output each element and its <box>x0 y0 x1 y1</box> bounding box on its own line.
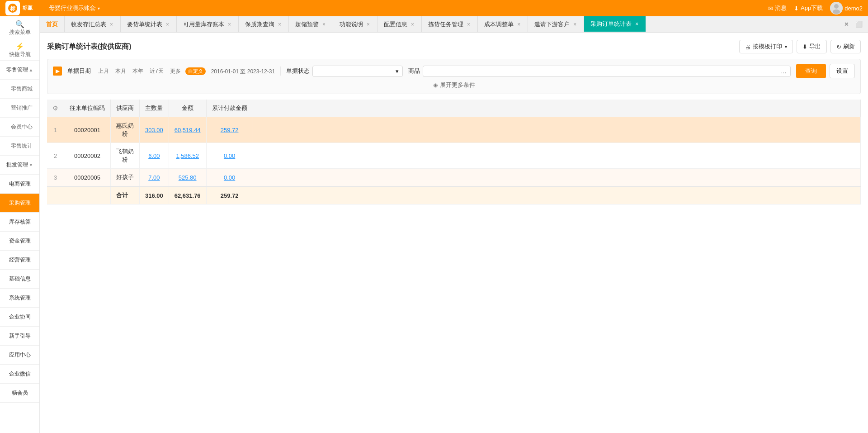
row-paid-3[interactable]: 0.00 <box>206 169 253 187</box>
tab-config-info-close[interactable]: × <box>410 21 415 28</box>
tab-config-info-label: 配置信息 <box>384 20 407 29</box>
tab-order-summary-close[interactable]: × <box>165 21 170 28</box>
table-container: ⚙ 往来单位编码 供应商 主数量 金额 累计付款金额 <box>47 100 861 205</box>
column-settings-icon[interactable]: ⚙ <box>52 105 58 112</box>
messages-btn[interactable]: ✉ 消息 <box>768 4 787 12</box>
query-button[interactable]: 查询 <box>796 64 826 78</box>
sidebar-item-search[interactable]: 🔍 搜索菜单 <box>0 16 39 40</box>
sidebar-item-ecommerce[interactable]: 电商管理 <box>0 175 39 194</box>
row-quantity-3[interactable]: 7.00 <box>140 169 169 187</box>
row-quantity-1[interactable]: 303.00 <box>140 117 169 143</box>
sidebar-item-retail-stats[interactable]: 零售统计 <box>0 137 39 156</box>
status-select[interactable]: ▾ <box>312 66 403 77</box>
row-paid-1[interactable]: 259.72 <box>206 117 253 143</box>
user-area[interactable]: demo2 <box>830 2 863 14</box>
tab-purchase-order-summary-close[interactable]: × <box>634 20 639 28</box>
sidebar-item-system[interactable]: 系统管理 <box>0 289 39 308</box>
export-icon: ⬇ <box>802 43 807 50</box>
sidebar-appcenter-label: 应用中心 <box>9 352 31 358</box>
sidebar-item-operations[interactable]: 经营管理 <box>0 251 39 270</box>
tab-invite-downstream-close[interactable]: × <box>572 21 577 28</box>
shortcut-more[interactable]: 更多 <box>168 67 183 76</box>
sidebar-retailshop-label: 零售商城 <box>11 86 33 92</box>
tab-overstock-warning-close[interactable]: × <box>321 21 326 28</box>
shortcut-last-month[interactable]: 上月 <box>96 67 111 76</box>
refresh-button[interactable]: ↻ 刷新 <box>830 40 861 53</box>
tab-expiry-query-close[interactable]: × <box>277 21 282 28</box>
shortcut-this-month[interactable]: 本月 <box>113 67 128 76</box>
sidebar-item-retail[interactable]: 零售管理 ▲ <box>0 61 39 80</box>
sidebar-item-enterprise-collab[interactable]: 企业协同 <box>0 308 39 327</box>
filter-toggle-btn[interactable]: ▶ <box>53 67 62 76</box>
tab-pick-task[interactable]: 拣货任务管理 × <box>422 16 478 33</box>
sidebar-item-members[interactable]: 会员中心 <box>0 118 39 137</box>
tab-home[interactable]: 首页 <box>40 16 65 33</box>
custom-badge: 自定义 <box>185 67 206 75</box>
content-area: 首页 收发存汇总表 × 要货单统计表 × 可用量库存账本 × 保质期查询 × <box>40 16 868 433</box>
tab-receive-summary[interactable]: 收发存汇总表 × <box>65 16 121 33</box>
row-amount-2[interactable]: 1,586.52 <box>169 143 206 169</box>
sidebar-item-onboarding[interactable]: 新手引导 <box>0 327 39 346</box>
tab-close-all-btn[interactable]: ✕ <box>841 19 852 30</box>
more-filters-btn[interactable]: ⊕ 展开更多条件 <box>53 78 855 89</box>
page-content: 采购订单统计表(按供应商) 🖨 按模板打印 ▾ ⬇ 导出 ↻ <box>40 33 868 433</box>
app-download-btn[interactable]: ⬇ App下载 <box>794 4 823 12</box>
table-row: 3 00020005 好孩子 7.00 525.80 0.00 <box>47 169 861 187</box>
row-amount-1[interactable]: 60,519.44 <box>169 117 206 143</box>
tab-cost-adjustment-close[interactable]: × <box>516 21 521 28</box>
shortcut-7days[interactable]: 近7天 <box>148 67 165 76</box>
status-chevron-icon: ▾ <box>396 68 399 75</box>
sidebar-marketing-label: 营销推广 <box>11 105 33 111</box>
sidebar-item-inventory[interactable]: 库存核算 <box>0 213 39 232</box>
sidebar-item-basic-info[interactable]: 基础信息 <box>0 270 39 289</box>
shortcut-this-year[interactable]: 本年 <box>131 67 145 76</box>
tab-overstock-warning-label: 超储预警 <box>295 20 319 29</box>
tab-receive-summary-close[interactable]: × <box>109 21 114 28</box>
tab-function-desc[interactable]: 功能说明 × <box>333 16 377 33</box>
tab-function-desc-close[interactable]: × <box>366 21 371 28</box>
top-bar-right: ✉ 消息 ⬇ App下载 demo2 <box>768 2 863 14</box>
tab-purchase-order-summary[interactable]: 采购订单统计表 × <box>584 16 646 33</box>
col-quantity-header: 主数量 <box>140 100 169 117</box>
sidebar-item-quick-nav[interactable]: ⚡ 快捷导航 <box>0 40 39 61</box>
refresh-label: 刷新 <box>843 43 855 51</box>
user-name: demo2 <box>844 5 863 12</box>
tab-pick-task-close[interactable]: × <box>466 21 471 28</box>
tab-overstock-warning[interactable]: 超储预警 × <box>289 16 333 33</box>
sidebar-members-label: 会员中心 <box>11 124 33 130</box>
app-download-label: App下载 <box>801 4 823 12</box>
tab-order-summary[interactable]: 要货单统计表 × <box>121 16 177 33</box>
tab-expiry-query[interactable]: 保质期查询 × <box>239 16 289 33</box>
export-button[interactable]: ⬇ 导出 <box>797 40 827 53</box>
tab-config-info[interactable]: 配置信息 × <box>377 16 422 33</box>
tab-inventory-book[interactable]: 可用量库存账本 × <box>177 16 239 33</box>
summary-paid: 259.72 <box>206 186 253 205</box>
summary-extra <box>253 186 860 205</box>
sidebar-item-retail-shop[interactable]: 零售商城 <box>0 80 39 99</box>
tab-invite-downstream[interactable]: 邀请下游客户 × <box>528 16 584 33</box>
sidebar-enterprisecollab-label: 企业协同 <box>9 314 31 320</box>
summary-quantity: 316.00 <box>140 186 169 205</box>
date-range: 2016-01-01 至 2023-12-31 <box>211 68 275 76</box>
col-settings-header[interactable]: ⚙ <box>47 100 64 117</box>
sidebar-item-finance[interactable]: 资金管理 <box>0 232 39 251</box>
row-paid-2[interactable]: 0.00 <box>206 143 253 169</box>
tab-cost-adjustment[interactable]: 成本调整单 × <box>478 16 528 33</box>
sidebar-item-wholesale[interactable]: 批发管理 ▼ <box>0 156 39 175</box>
expand-icon: ⊕ <box>433 82 438 89</box>
sidebar-item-enterprise-wechat[interactable]: 企业微信 <box>0 365 39 384</box>
sidebar-item-marketing[interactable]: 营销推广 <box>0 99 39 118</box>
row-quantity-2[interactable]: 6.00 <box>140 143 169 169</box>
sidebar-item-vip[interactable]: 畅会员 <box>0 384 39 403</box>
settings-button[interactable]: 设置 <box>830 64 855 78</box>
table-row: 2 00020002 飞鹤奶粉 6.00 1,586.52 0.00 <box>47 143 861 169</box>
sidebar-item-app-center[interactable]: 应用中心 <box>0 346 39 365</box>
sidebar-item-purchase[interactable]: 采购管理 <box>0 194 39 213</box>
goods-input[interactable]: … <box>423 66 791 77</box>
workspace-selector[interactable]: 母婴行业演示账套 ▾ <box>49 4 100 12</box>
tab-maximize-btn[interactable]: ⬜ <box>854 19 864 30</box>
tab-inventory-book-close[interactable]: × <box>227 21 232 28</box>
print-button[interactable]: 🖨 按模板打印 ▾ <box>739 40 793 53</box>
tab-pick-task-label: 拣货任务管理 <box>428 20 463 29</box>
row-amount-3[interactable]: 525.80 <box>169 169 206 187</box>
